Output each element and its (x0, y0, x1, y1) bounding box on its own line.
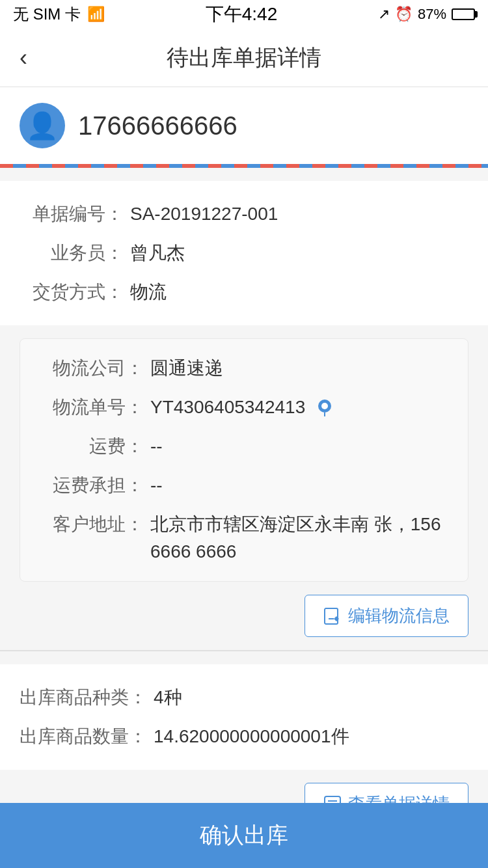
wifi-icon: 📶 (87, 6, 105, 23)
freight-bear-row: 运费承担： -- (40, 472, 448, 499)
page-title: 待出库单据详情 (167, 43, 321, 73)
edit-icon (323, 607, 342, 625)
carrier-text: 无 SIM 卡 (13, 4, 81, 25)
avatar: 👤 (20, 103, 65, 148)
logistics-tracking-value: YT4306405342413 (144, 394, 448, 421)
svg-point-1 (321, 403, 328, 409)
document-info-card: 单据编号： SA-20191227-001 业务员： 曾凡杰 交货方式： 物流 (0, 181, 488, 325)
svg-rect-2 (325, 608, 338, 624)
status-left: 无 SIM 卡 📶 (13, 4, 105, 25)
logistics-company-row: 物流公司： 圆通速递 (40, 355, 448, 382)
staff-row: 业务员： 曾凡杰 (20, 239, 468, 267)
confirm-outbound-button[interactable]: 确认出库 (0, 803, 488, 868)
confirm-btn-label: 确认出库 (200, 821, 288, 850)
content-area: 单据编号： SA-20191227-001 业务员： 曾凡杰 交货方式： 物流 … (0, 168, 488, 868)
battery-bar (452, 8, 475, 20)
delivery-row: 交货方式： 物流 (20, 278, 468, 306)
goods-card: 出库商品种类： 4种 出库商品数量： 14.620000000000001件 (0, 664, 488, 770)
freight-value: -- (144, 433, 448, 460)
staff-label: 业务员： (20, 239, 124, 267)
customer-header: 👤 17666666666 (0, 87, 488, 164)
nav-bar: ‹ 待出库单据详情 (0, 29, 488, 87)
freight-bear-value: -- (144, 472, 448, 499)
logistics-company-label: 物流公司： (40, 355, 144, 382)
logistics-card: 物流公司： 圆通速递 物流单号： YT4306405342413 运费： -- (20, 338, 468, 582)
document-number-row: 单据编号： SA-20191227-001 (20, 200, 468, 228)
status-bar: 无 SIM 卡 📶 下午4:42 ↗ ⏰ 87% (0, 0, 488, 29)
goods-type-label: 出库商品种类： (20, 684, 147, 711)
edit-logistics-button[interactable]: 编辑物流信息 (305, 595, 468, 637)
status-time: 下午4:42 (206, 2, 278, 27)
delivery-label: 交货方式： (20, 278, 124, 306)
logistics-tracking-row: 物流单号： YT4306405342413 (40, 394, 448, 421)
tracking-location-icon[interactable] (313, 396, 336, 419)
avatar-icon: 👤 (26, 111, 59, 141)
customer-phone: 17666666666 (78, 111, 237, 141)
address-value: 北京市市辖区海淀区永丰南 张，156 6666 6666 (144, 511, 448, 565)
edit-btn-row: 编辑物流信息 (0, 595, 488, 650)
status-right: ↗ ⏰ 87% (378, 6, 475, 23)
freight-label: 运费： (40, 433, 144, 460)
goods-quantity-value: 14.620000000000001件 (147, 723, 468, 750)
delivery-value: 物流 (124, 278, 468, 306)
alarm-icon: ⏰ (395, 6, 413, 23)
freight-bear-label: 运费承担： (40, 472, 144, 499)
goods-quantity-row: 出库商品数量： 14.620000000000001件 (20, 723, 468, 750)
goods-type-row: 出库商品种类： 4种 (20, 684, 468, 711)
address-row: 客户地址： 北京市市辖区海淀区永丰南 张，156 6666 6666 (40, 511, 448, 565)
edit-logistics-label: 编辑物流信息 (348, 604, 450, 627)
tracking-number-text: YT4306405342413 (150, 394, 305, 421)
section-divider (0, 650, 488, 651)
goods-type-value: 4种 (147, 684, 468, 711)
address-label: 客户地址： (40, 511, 144, 538)
freight-row: 运费： -- (40, 433, 448, 460)
back-button[interactable]: ‹ (20, 44, 27, 72)
logistics-tracking-label: 物流单号： (40, 394, 144, 421)
logistics-company-value: 圆通速递 (144, 355, 448, 382)
staff-value: 曾凡杰 (124, 239, 468, 267)
document-number-value: SA-20191227-001 (124, 200, 468, 228)
location-status-icon: ↗ (378, 6, 390, 23)
goods-quantity-label: 出库商品数量： (20, 723, 147, 750)
document-number-label: 单据编号： (20, 200, 124, 228)
confirm-btn-container: 确认出库 (0, 803, 488, 868)
battery-percent: 87% (418, 6, 446, 23)
